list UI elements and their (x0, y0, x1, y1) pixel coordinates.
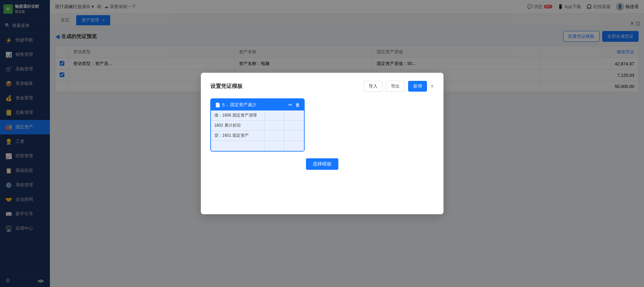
template-separator: - (227, 102, 228, 107)
template-row1-credit (284, 110, 304, 120)
modal-actions: 导入 导出 新增 (364, 81, 427, 92)
template-row4-label (211, 141, 265, 151)
modal-header: 设置凭证模板 导入 导出 新增 × (210, 81, 434, 92)
export-button[interactable]: 导出 (386, 81, 405, 92)
template-card-actions: ✏ 🗑 (288, 102, 300, 107)
template-row3-label: 贷：1601 固定资产 (211, 131, 265, 140)
template-row2-label: 1602 累计折旧 (211, 121, 265, 130)
template-doc-icon: 📄 (215, 102, 220, 107)
template-row3-credit (284, 131, 304, 140)
template-card-title: 📄 5 - 固定资产减少 (215, 102, 257, 108)
template-edit-icon[interactable]: ✏ (288, 102, 293, 107)
modal-close-button[interactable]: × (430, 83, 434, 90)
template-row2-credit (284, 121, 304, 130)
select-template-button[interactable]: 选择模板 (306, 158, 338, 170)
template-row2-debit (265, 121, 284, 130)
template-card: 📄 5 - 固定资产减少 ✏ 🗑 借：1606 固定资产清理 1602 累计折旧 (210, 98, 305, 152)
template-id: 5 (222, 102, 225, 107)
import-button[interactable]: 导入 (364, 81, 382, 92)
template-row3-debit (265, 131, 284, 140)
template-delete-icon[interactable]: 🗑 (295, 102, 300, 107)
modal-title: 设置凭证模板 (210, 83, 243, 90)
template-name: 固定资产减少 (230, 102, 256, 108)
template-row-1: 借：1606 固定资产清理 (211, 110, 304, 121)
template-row-2: 1602 累计折旧 (211, 121, 304, 131)
template-row1-debit (265, 110, 284, 120)
new-template-button[interactable]: 新增 (408, 81, 427, 92)
template-row-4 (211, 141, 304, 151)
template-row-3: 贷：1601 固定资产 (211, 131, 304, 141)
voucher-template-modal: 设置凭证模板 导入 导出 新增 × 📄 5 - 固定资产减少 ✏ 🗑 (201, 73, 443, 214)
template-row4-credit (284, 141, 304, 151)
template-row1-label: 借：1606 固定资产清理 (211, 110, 265, 120)
template-row4-debit (265, 141, 284, 151)
template-card-body: 借：1606 固定资产清理 1602 累计折旧 贷：1601 固定资产 (211, 110, 304, 151)
template-card-header: 📄 5 - 固定资产减少 ✏ 🗑 (211, 99, 304, 110)
